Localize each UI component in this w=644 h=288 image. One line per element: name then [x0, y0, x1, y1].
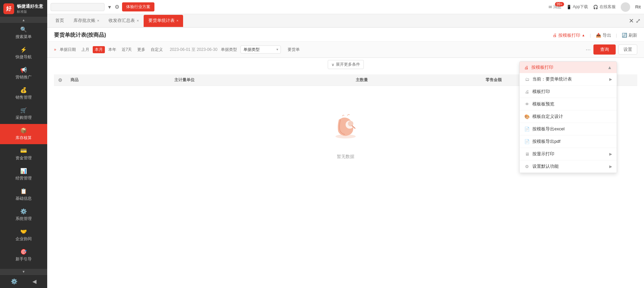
refresh-button[interactable]: 🔄 刷新 [622, 32, 637, 38]
message-button[interactable]: ✉ 消息 99+ [549, 4, 561, 10]
tab-inventory-batch-close[interactable]: × [97, 19, 99, 23]
guide-icon: 🎯 [20, 249, 27, 255]
display-print-icon: 🖥 [524, 152, 530, 157]
print-dropdown: 🖨 按模板打印 ▲ 🗂 当前：要货单统计表 ▶ 🖨 模板打印 👁 [519, 61, 617, 173]
tab-expand-button[interactable]: ⤢ [636, 17, 641, 25]
dropdown-default-setting[interactable]: ⚙ 设置默认功能 ▶ [520, 160, 617, 173]
query-button[interactable]: 查询 [593, 44, 616, 55]
app-download-button[interactable]: 📱 App下载 [566, 4, 588, 10]
app-name: 畅捷通好生意 [17, 4, 43, 9]
filter-expand-button[interactable]: » [54, 47, 56, 52]
sidebar-item-label: 快捷导航 [16, 54, 32, 60]
date-last7[interactable]: 近7天 [120, 46, 134, 53]
tab-close-button[interactable]: ✕ [629, 17, 634, 25]
avatar[interactable] [621, 2, 630, 12]
sidebar-item-system[interactable]: ⚙️ 系统管理 [0, 205, 47, 225]
sidebar-item-purchase[interactable]: 🛒 采购管理 [0, 104, 47, 124]
empty-text: 暂无数据 [337, 154, 354, 160]
sidebar-item-operation[interactable]: 📊 经营管理 [0, 164, 47, 185]
more-conditions-label: 展开更多条件 [336, 62, 360, 67]
print-label: 按模板打印 [558, 32, 580, 38]
print-button[interactable]: 🖨 按模板打印 ▲ [553, 32, 585, 38]
sidebar-item-finance[interactable]: 💳 资金管理 [0, 144, 47, 164]
date-current-month[interactable]: 本月 [93, 46, 105, 53]
message-badge: 99+ [555, 2, 564, 6]
filter-right-actions: ··· 查询 设置 [586, 44, 637, 55]
settings-button[interactable]: 设置 [618, 44, 637, 55]
sidebar-item-sales[interactable]: 💰 销售管理 [0, 84, 47, 104]
sidebar-item-inventory[interactable]: 📦 库存核算 [0, 124, 47, 144]
display-print-arrow: ▶ [609, 152, 612, 156]
sidebar-scroll-up[interactable]: ▲ [0, 17, 47, 23]
purchase-icon: 🛒 [20, 107, 27, 114]
sidebar-item-guide[interactable]: 🎯 新手引导 [0, 245, 47, 265]
app-download-label: App下载 [573, 4, 588, 10]
dropdown-template-excel[interactable]: 📄 按模板导出excel [520, 123, 617, 135]
date-prev-month[interactable]: 上月 [79, 46, 91, 53]
tab-order-stats-close[interactable]: × [176, 19, 178, 23]
search-icon: 🔍 [20, 26, 27, 33]
template-pdf-label: 按模板导出pdf [532, 138, 560, 145]
sidebar-item-label: 采购管理 [16, 115, 32, 121]
dropdown-template-pdf[interactable]: 📄 按模板导出pdf [520, 135, 617, 148]
col-quantity-header: 主数量 [352, 74, 481, 86]
dropdown-current-template[interactable]: 🗂 当前：要货单统计表 ▶ [520, 73, 617, 86]
current-template-label: 当前：要货单统计表 [532, 76, 572, 82]
refresh-label: 刷新 [628, 32, 637, 38]
template-print-icon: 🖨 [524, 89, 530, 94]
app-download-icon: 📱 [566, 5, 572, 9]
sales-icon: 💰 [20, 87, 27, 93]
sidebar-item-apps[interactable]: 🔮 应用中心 [0, 265, 47, 269]
tab-inventory-batch[interactable]: 库存批次账 × [69, 15, 104, 27]
sidebar-item-marketing[interactable]: 📢 营销推广 [0, 63, 47, 84]
template-preview-label: 模板板预览 [532, 101, 554, 107]
template-print-label: 模板打印 [532, 89, 550, 95]
export-icon: 📤 [596, 33, 601, 38]
template-pdf-icon: 📄 [524, 139, 530, 144]
export-button[interactable]: 📤 导出 [596, 32, 611, 38]
dropdown-template-print[interactable]: 🖨 模板打印 [520, 86, 617, 98]
page-header: 要货单统计表(按商品) 🖨 按模板打印 ▲ | 📤 导出 | 🔄 刷新 [47, 28, 644, 41]
tab-receivable-summary-close[interactable]: × [137, 19, 139, 23]
sidebar-item-collab[interactable]: 🤝 企业协同 [0, 225, 47, 245]
sidebar-item-label: 销售管理 [16, 95, 32, 100]
topbar: ▼ ⚙ 体验行业方案 ✉ 消息 99+ 📱 App下载 🎧 在线客服 Rit [47, 0, 644, 14]
more-options-icon[interactable]: ··· [586, 46, 591, 53]
service-button[interactable]: 🎧 在线客服 [593, 4, 616, 10]
current-template-icon: 🗂 [524, 77, 530, 82]
topbar-gear-button[interactable]: ⚙ [115, 4, 119, 10]
dropdown-close-button[interactable]: ▲ [607, 65, 612, 70]
sidebar-scroll-down[interactable]: ▼ [0, 269, 47, 275]
export-label: 导出 [603, 32, 611, 38]
refresh-icon: 🔄 [622, 33, 627, 38]
sidebar-collapse-button[interactable]: ◀ [32, 278, 36, 285]
more-conditions-button[interactable]: ∨ 展开更多条件 [328, 60, 364, 69]
trial-btn[interactable]: 体验行业方案 [122, 2, 154, 11]
sidebar-item-basic[interactable]: 📋 基础信息 [0, 185, 47, 205]
dropdown-display-print[interactable]: 🖥 按显示打印 ▶ [520, 148, 617, 160]
tab-receivable-summary[interactable]: 收发存汇总表 × [104, 15, 143, 27]
date-current-year[interactable]: 本年 [106, 46, 118, 53]
col-settings-header: ⚙ [54, 74, 66, 86]
message-icon: ✉ [549, 5, 552, 9]
date-custom[interactable]: 自定义 [149, 46, 165, 53]
svg-point-2 [348, 121, 353, 126]
date-more[interactable]: 更多 [135, 46, 147, 53]
sidebar-settings-button[interactable]: ⚙️ [11, 278, 18, 285]
collab-icon: 🤝 [20, 228, 27, 235]
dropdown-template-preview[interactable]: 👁 模板板预览 [520, 98, 617, 110]
tab-home[interactable]: 首页 [51, 15, 69, 27]
page-title: 要货单统计表(按商品) [54, 32, 106, 39]
default-setting-icon: ⚙ [524, 164, 530, 169]
topbar-dropdown-button[interactable]: ▼ [107, 4, 112, 10]
doc-type-select[interactable]: 单据类型 [240, 45, 281, 54]
dropdown-template-design[interactable]: 🎨 模板自定义设计 [520, 110, 617, 123]
sidebar-item-search[interactable]: 🔍 搜索菜单 [0, 23, 47, 43]
quick-nav-icon: ⚡ [20, 46, 27, 53]
col-settings-icon[interactable]: ⚙ [58, 77, 62, 83]
tab-order-stats[interactable]: 要货单统计表 × [144, 15, 183, 27]
topbar-search-input[interactable] [51, 3, 105, 11]
template-excel-icon: 📄 [524, 127, 530, 132]
sidebar-item-quick-nav[interactable]: ⚡ 快捷导航 [0, 43, 47, 63]
tab-inventory-batch-label: 库存批次账 [74, 18, 95, 24]
